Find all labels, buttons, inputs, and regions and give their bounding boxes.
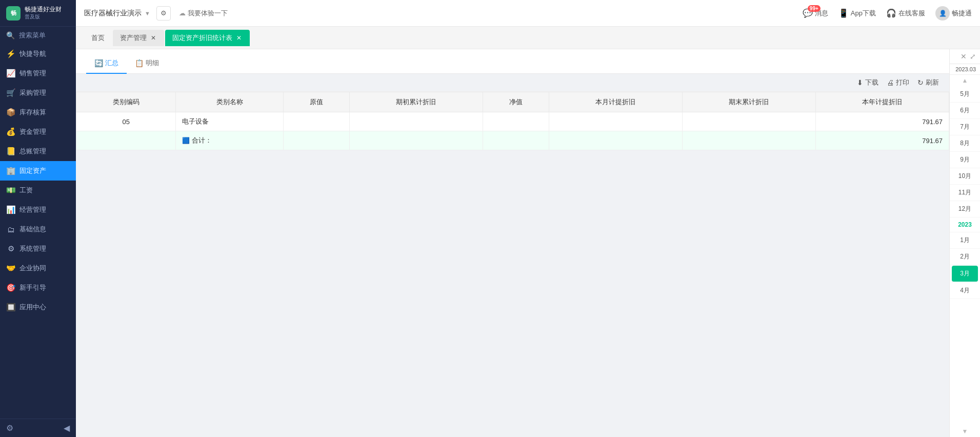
- message-badge: 99+: [808, 5, 821, 12]
- sidebar-label-fund: 资金管理: [19, 127, 46, 136]
- tab-depreciation-label: 固定资产折旧统计表: [172, 33, 232, 43]
- current-month[interactable]: 3月: [952, 266, 978, 282]
- guide-icon: 🎯: [6, 283, 15, 292]
- sub-tab-detail[interactable]: 📋 明细: [127, 55, 167, 74]
- ledger-icon: 📒: [6, 147, 15, 156]
- tab-depreciation[interactable]: 固定资产折旧统计表 ✕: [165, 30, 250, 46]
- date-panel-expand-icon[interactable]: ⤢: [970, 52, 976, 61]
- print-button[interactable]: 🖨 打印: [887, 78, 909, 87]
- sidebar-item-fund[interactable]: 💰 资金管理: [0, 122, 76, 142]
- sidebar-item-sales[interactable]: 📈 销售管理: [0, 64, 76, 83]
- fund-icon: 💰: [6, 127, 15, 136]
- topbar-settings-button[interactable]: ⚙: [156, 6, 171, 21]
- cell-month-depr: [549, 112, 682, 131]
- sidebar-item-payroll[interactable]: 💵 工资: [0, 181, 76, 200]
- col-name: 类别名称: [176, 92, 284, 112]
- cell-cum-depr: [349, 112, 483, 131]
- sidebar-item-purchase[interactable]: 🛒 采购管理: [0, 83, 76, 103]
- total-code: [76, 131, 176, 150]
- year-marker-2023: 2023: [950, 217, 980, 232]
- tab-home[interactable]: 首页: [84, 30, 112, 46]
- settings-icon[interactable]: ⚙: [6, 423, 13, 433]
- sidebar-search-label: 搜索菜单: [19, 31, 46, 40]
- sidebar-nav: ⚡ 快捷导航 📈 销售管理 🛒 采购管理 📦 库存核算 💰 资金管理 📒 总账管…: [0, 44, 76, 419]
- date-item[interactable]: 8月: [950, 135, 980, 152]
- detail-icon: 📋: [135, 59, 144, 67]
- sum-icon: 🟦: [182, 137, 190, 144]
- col-period-cum-depr: 期末累计折旧: [682, 92, 815, 112]
- date-item[interactable]: 9月: [950, 152, 980, 168]
- collapse-icon[interactable]: ◀: [64, 423, 70, 433]
- user-profile[interactable]: 👤 畅捷通: [935, 6, 972, 21]
- tab-asset-mgmt[interactable]: 资产管理 ✕: [113, 30, 164, 46]
- message-button[interactable]: 💬 消息 99+: [803, 8, 828, 18]
- sidebar-label-ops: 经营管理: [19, 205, 46, 214]
- app-name: 畅捷通好业财: [25, 6, 62, 14]
- date-panel: ✕ ⤢ 2023.03 ▲ 5月6月7月8月9月10月11月12月20231月2…: [949, 49, 980, 437]
- tab-asset-mgmt-close[interactable]: ✕: [150, 34, 157, 42]
- tab-depreciation-close[interactable]: ✕: [235, 34, 243, 42]
- summary-icon: 🔄: [94, 59, 103, 67]
- chevron-down-icon: ▼: [145, 10, 150, 16]
- sidebar-item-apps[interactable]: 🔲 应用中心: [0, 297, 76, 317]
- depreciation-table: 类别编码 类别名称 原值 期初累计折旧 净值 本月计提折旧 期末累计折旧 本年计…: [76, 92, 949, 150]
- company-selector[interactable]: 医疗器械行业演示 ▼: [84, 9, 150, 18]
- col-code: 类别编码: [76, 92, 176, 112]
- app-logo-icon: 畅: [6, 6, 21, 21]
- sidebar-label-ledger: 总账管理: [19, 147, 46, 156]
- sidebar-item-guide[interactable]: 🎯 新手引导: [0, 278, 76, 297]
- date-item[interactable]: 4月: [950, 283, 980, 299]
- sidebar-logo-texts: 畅捷通好业财 普及版: [25, 6, 62, 21]
- date-panel-close-icon[interactable]: ✕: [961, 52, 967, 61]
- sidebar-item-sys[interactable]: ⚙ 系统管理: [0, 239, 76, 259]
- company-name: 医疗器械行业演示: [84, 9, 142, 18]
- date-item[interactable]: 2月: [950, 249, 980, 265]
- scroll-down-button[interactable]: ▼: [950, 426, 980, 437]
- refresh-icon: ↻: [917, 78, 924, 87]
- support-button[interactable]: 🎧 在线客服: [886, 8, 925, 18]
- avatar: 👤: [935, 6, 950, 21]
- app-version: 普及版: [25, 13, 62, 21]
- gear-icon: ⚙: [161, 9, 167, 17]
- date-item[interactable]: 10月: [950, 168, 980, 185]
- refresh-button[interactable]: ↻ 刷新: [917, 78, 939, 87]
- date-item[interactable]: 11月: [950, 185, 980, 201]
- table-header-row: 类别编码 类别名称 原值 期初累计折旧 净值 本月计提折旧 期末累计折旧 本年计…: [76, 92, 949, 112]
- experience-button[interactable]: ☁ 我要体验一下: [179, 9, 228, 18]
- date-panel-current-date: 2023.03: [950, 64, 980, 75]
- date-item[interactable]: 5月: [950, 86, 980, 103]
- sidebar-item-corp[interactable]: 🤝 企业协同: [0, 259, 76, 278]
- sidebar-label-purchase: 采购管理: [19, 88, 46, 97]
- sidebar-search[interactable]: 🔍 搜索菜单: [0, 27, 76, 44]
- app-download-button[interactable]: 📱 App下载: [838, 8, 876, 18]
- sidebar-item-fixed-assets[interactable]: 🏢 固定资产: [0, 161, 76, 181]
- sidebar-item-inventory[interactable]: 📦 库存核算: [0, 103, 76, 122]
- sidebar-label-basic: 基础信息: [19, 225, 46, 234]
- sidebar-item-basic[interactable]: 🗂 基础信息: [0, 220, 76, 239]
- date-panel-header: ✕ ⤢: [950, 49, 980, 64]
- col-month-depr: 本月计提折旧: [549, 92, 682, 112]
- scroll-up-button[interactable]: ▲: [950, 75, 980, 86]
- sidebar-item-ledger[interactable]: 📒 总账管理: [0, 142, 76, 161]
- sidebar-item-quick-nav[interactable]: ⚡ 快捷导航: [0, 44, 76, 64]
- date-item[interactable]: 1月: [950, 232, 980, 249]
- sidebar-label-inventory: 库存核算: [19, 108, 46, 117]
- date-item[interactable]: 12月: [950, 201, 980, 217]
- corp-icon: 🤝: [6, 264, 15, 273]
- date-item[interactable]: 6月: [950, 103, 980, 119]
- sub-tab-summary[interactable]: 🔄 汇总: [86, 55, 127, 74]
- date-item[interactable]: 7月: [950, 119, 980, 135]
- cell-year-depr: 791.67: [815, 112, 949, 131]
- download-button[interactable]: ⬇ 下载: [857, 78, 878, 87]
- cloud-icon: ☁: [179, 9, 186, 17]
- topbar-right: 💬 消息 99+ 📱 App下载 🎧 在线客服 👤 畅捷通: [803, 6, 972, 21]
- sidebar-label-apps: 应用中心: [19, 303, 46, 312]
- apps-icon: 🔲: [6, 303, 15, 312]
- sub-tabs: 🔄 汇总 📋 明细: [76, 49, 949, 74]
- table-total-row: 🟦合计： 791.67: [76, 131, 949, 150]
- refresh-label: 刷新: [926, 78, 939, 87]
- payroll-icon: 💵: [6, 186, 15, 195]
- sidebar-logo: 畅 畅捷通好业财 普及版: [0, 0, 76, 27]
- sidebar-item-ops[interactable]: 📊 经营管理: [0, 200, 76, 220]
- total-net: [483, 131, 549, 150]
